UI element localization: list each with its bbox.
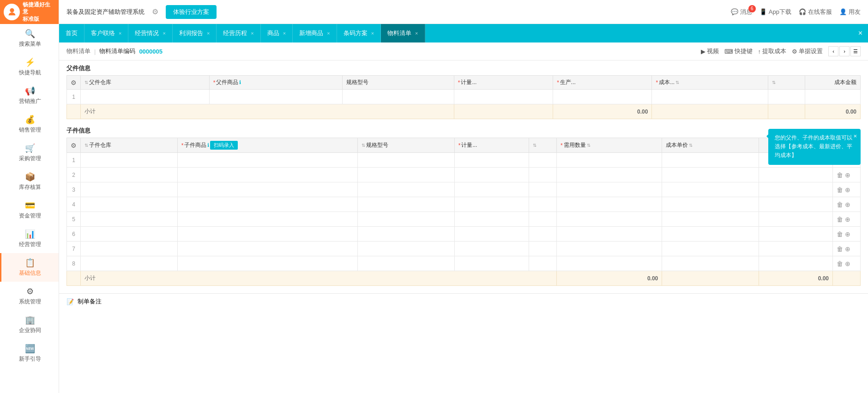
- copy-icon[interactable]: ⊕: [845, 186, 850, 193]
- child-spec-cell[interactable]: [358, 256, 455, 271]
- child-unit-cell[interactable]: [454, 227, 529, 242]
- navtab-close[interactable]: ×: [283, 30, 286, 36]
- sidebar-item-purchase[interactable]: 🛒采购管理: [0, 139, 59, 167]
- copy-icon[interactable]: ⊕: [845, 201, 850, 208]
- child-unit-cost-cell[interactable]: [662, 242, 759, 256]
- sidebar-item-basic[interactable]: 📋基础信息: [0, 253, 59, 282]
- navtab-利润报告[interactable]: 利润报告×: [173, 24, 217, 42]
- child-spec-cell[interactable]: [358, 168, 455, 182]
- child-extra-cell[interactable]: [529, 242, 557, 256]
- parent-spec-cell[interactable]: [343, 90, 454, 104]
- close-all-tabs[interactable]: ×: [853, 24, 868, 42]
- child-product-cell[interactable]: [177, 256, 357, 271]
- parent-col-settings[interactable]: ⚙: [67, 76, 81, 90]
- child-unit-cell[interactable]: [454, 256, 529, 271]
- child-warehouse-cell[interactable]: [81, 153, 178, 168]
- child-unit-cost-cell[interactable]: [662, 197, 759, 212]
- sidebar-item-search[interactable]: 🔍搜索菜单: [0, 24, 59, 53]
- child-warehouse-cell[interactable]: [81, 227, 178, 242]
- child-spec-cell[interactable]: [358, 153, 455, 168]
- child-qty-cell[interactable]: [557, 242, 662, 256]
- child-spec-cell[interactable]: [358, 212, 455, 227]
- extract-cost-action[interactable]: ↑ 提取成本: [758, 47, 787, 55]
- child-product-cell[interactable]: [177, 197, 357, 212]
- navtab-商品[interactable]: 商品×: [261, 24, 293, 42]
- child-unit-cost-cell[interactable]: [662, 182, 759, 197]
- navtab-条码方案[interactable]: 条码方案×: [337, 24, 381, 42]
- copy-icon[interactable]: ⊕: [845, 230, 850, 238]
- child-extra-cell[interactable]: [529, 197, 557, 212]
- navtab-物料清单[interactable]: 物料清单×: [381, 24, 425, 42]
- sidebar-item-enterprise[interactable]: 🏢企业协同: [0, 310, 59, 339]
- child-extra-cell[interactable]: [529, 212, 557, 227]
- copy-icon[interactable]: ⊕: [845, 260, 850, 267]
- sidebar-item-quick-nav[interactable]: ⚡快捷导航: [0, 53, 59, 81]
- child-unit-cost-cell[interactable]: [662, 168, 759, 182]
- delete-icon[interactable]: 🗑: [837, 201, 843, 208]
- child-warehouse-cell[interactable]: [81, 182, 178, 197]
- child-spec-cell[interactable]: [358, 242, 455, 256]
- child-col-settings[interactable]: ⚙: [67, 138, 81, 153]
- child-qty-cell[interactable]: [557, 212, 662, 227]
- child-unit-cell[interactable]: [454, 197, 529, 212]
- delete-icon[interactable]: 🗑: [837, 260, 843, 267]
- child-extra-cell[interactable]: [529, 256, 557, 271]
- child-product-cell[interactable]: [177, 168, 357, 182]
- shortcut-action[interactable]: ⌨ 快捷键: [724, 47, 753, 55]
- app-download-item[interactable]: 📱 App下载: [760, 8, 791, 16]
- parent-cost-type-cell[interactable]: [652, 90, 768, 104]
- delete-icon[interactable]: 🗑: [837, 186, 843, 193]
- child-warehouse-cell[interactable]: [81, 256, 178, 271]
- child-qty-cell[interactable]: [557, 182, 662, 197]
- navtab-close[interactable]: ×: [119, 30, 121, 36]
- sidebar-item-system[interactable]: ⚙系统管理: [0, 282, 59, 310]
- online-service-item[interactable]: 🎧 在线客服: [799, 8, 832, 16]
- message-icon-item[interactable]: 💬 消息 6: [731, 8, 752, 16]
- child-spec-cell[interactable]: [358, 182, 455, 197]
- navtab-close[interactable]: ×: [163, 30, 165, 36]
- child-extra-cell[interactable]: [529, 227, 557, 242]
- delete-icon[interactable]: 🗑: [837, 230, 843, 238]
- navtab-新增商品[interactable]: 新增商品×: [293, 24, 337, 42]
- child-product-cell[interactable]: [177, 153, 357, 168]
- navtab-客户联络[interactable]: 客户联络×: [84, 24, 128, 42]
- child-unit-cost-cell[interactable]: [662, 256, 759, 271]
- child-qty-cell[interactable]: [557, 153, 662, 168]
- copy-icon[interactable]: ⊕: [845, 171, 850, 179]
- child-product-cell[interactable]: [177, 182, 357, 197]
- parent-product-cell[interactable]: [209, 90, 343, 104]
- sidebar-item-sales[interactable]: 💰销售管理: [0, 110, 59, 139]
- menu-arrow[interactable]: ☰: [850, 46, 861, 56]
- delete-icon[interactable]: 🗑: [837, 171, 843, 179]
- child-product-cell[interactable]: [177, 242, 357, 256]
- child-unit-cell[interactable]: [454, 153, 529, 168]
- copy-icon[interactable]: ⊕: [845, 245, 850, 253]
- navtab-经营历程[interactable]: 经营历程×: [217, 24, 260, 42]
- navtab-close[interactable]: ×: [251, 30, 253, 36]
- scan-input-btn[interactable]: 扫码录入: [210, 141, 238, 150]
- parent-production-cell[interactable]: [553, 90, 652, 104]
- child-qty-cell[interactable]: [557, 256, 662, 271]
- child-extra-cell[interactable]: [529, 168, 557, 182]
- child-qty-cell[interactable]: [557, 168, 662, 182]
- child-unit-cell[interactable]: [454, 168, 529, 182]
- next-arrow[interactable]: ›: [839, 46, 850, 56]
- child-warehouse-cell[interactable]: [81, 242, 178, 256]
- child-product-cell[interactable]: [177, 227, 357, 242]
- child-warehouse-cell[interactable]: [81, 168, 178, 182]
- navtab-首页[interactable]: 首页: [59, 24, 84, 42]
- navtab-close[interactable]: ×: [207, 30, 210, 36]
- child-spec-cell[interactable]: [358, 197, 455, 212]
- tooltip-close-btn[interactable]: ×: [853, 132, 857, 141]
- single-settings-action[interactable]: ⚙ 单据设置: [792, 47, 823, 55]
- child-qty-cell[interactable]: [557, 197, 662, 212]
- navtab-close[interactable]: ×: [371, 30, 374, 36]
- navtab-close[interactable]: ×: [327, 30, 330, 36]
- sidebar-item-marketing[interactable]: 📢营销推广: [0, 81, 59, 110]
- navtab-经营情况[interactable]: 经营情况×: [128, 24, 172, 42]
- child-extra-cell[interactable]: [529, 182, 557, 197]
- sidebar-item-finance[interactable]: 💳资金管理: [0, 196, 59, 224]
- user-item[interactable]: 👤 用友: [839, 8, 861, 16]
- prev-arrow[interactable]: ‹: [828, 46, 838, 56]
- parent-warehouse-cell[interactable]: [81, 90, 210, 104]
